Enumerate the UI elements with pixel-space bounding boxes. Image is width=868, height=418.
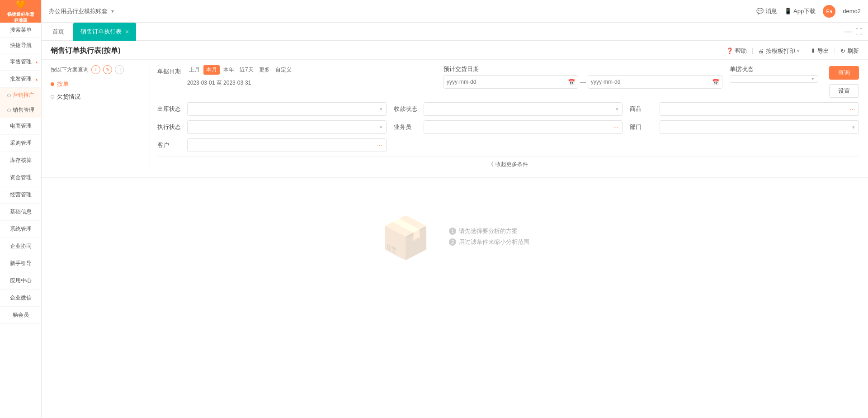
sidebar-item-newbie[interactable]: 新手引导 bbox=[0, 255, 41, 272]
settings-btn[interactable]: 设置 bbox=[829, 84, 859, 98]
tab-sales-exec[interactable]: 销售订单执行表 × bbox=[73, 23, 136, 41]
sidebar-item-retail[interactable]: 零售管理 bbox=[0, 53, 41, 71]
filter-icon-buttons: + ✎ 《 bbox=[91, 65, 124, 74]
sidebar-item-finance[interactable]: 资金管理 bbox=[0, 169, 41, 186]
sidebar-item-purchase[interactable]: 采购管理 bbox=[0, 135, 41, 152]
sidebar-item-corp-wechat[interactable]: 企业微信 bbox=[0, 290, 41, 307]
logo-icon: 🧡 bbox=[7, 0, 34, 10]
tip-num1: 1 bbox=[449, 228, 456, 235]
collection-status-control[interactable]: ▾ bbox=[424, 102, 623, 116]
scheme-item-shortage[interactable]: 欠货情况 bbox=[51, 90, 144, 103]
tab-home[interactable]: 首页 bbox=[45, 23, 71, 41]
sidebar-subitem-sales-mgmt[interactable]: 销售管理 bbox=[0, 103, 41, 118]
sidebar-item-ecommerce[interactable]: 电商管理 bbox=[0, 118, 41, 135]
customer-control[interactable]: ··· bbox=[187, 138, 387, 152]
sidebar-subitem-sales-promo[interactable]: 营销推广 bbox=[0, 88, 41, 103]
collapse-left-btn[interactable]: 《 bbox=[115, 65, 124, 74]
app-download-btn[interactable]: 📱 App下载 bbox=[784, 7, 816, 15]
collapse-more-btn[interactable]: 《 收起更多条件 bbox=[157, 157, 859, 172]
refresh-btn[interactable]: ↻ 刷新 bbox=[840, 47, 859, 55]
order-status-label: 单据状态 bbox=[730, 65, 818, 73]
collection-status-input[interactable] bbox=[428, 106, 614, 113]
help-icon: ❓ bbox=[726, 48, 733, 54]
tab-fullscreen-icon[interactable]: ⛶ bbox=[855, 28, 863, 36]
query-btn[interactable]: 查询 bbox=[829, 66, 859, 80]
date-tab-this-year[interactable]: 本年 bbox=[222, 65, 236, 75]
date-tab-last7[interactable]: 近7天 bbox=[238, 65, 255, 75]
order-status-select[interactable]: ▾ bbox=[730, 75, 818, 83]
goods-control[interactable]: ··· bbox=[660, 102, 859, 116]
sidebar-search[interactable]: 搜索菜单 bbox=[0, 23, 41, 38]
filter-row2: 出库状态 ▾ 收款状态 ▾ bbox=[157, 102, 859, 116]
salesperson-item: 业务员 ··· bbox=[394, 120, 623, 134]
divider3 bbox=[835, 48, 835, 54]
date-tab-more[interactable]: 更多 bbox=[257, 65, 272, 75]
date-tab-last-month[interactable]: 上月 bbox=[187, 65, 202, 75]
expected-from-input[interactable]: 📅 bbox=[443, 75, 578, 89]
scheme-by-order-label: 按单 bbox=[57, 80, 69, 88]
sidebar-menu: 零售管理 批发管理 营销推广 销售管理 电商管理 采购管理 库存核算 资金管理 … bbox=[0, 53, 41, 418]
delivery-status-input[interactable] bbox=[191, 106, 378, 113]
salesperson-control[interactable]: ··· bbox=[424, 120, 623, 134]
salesperson-input[interactable] bbox=[428, 124, 612, 131]
tab-minimize-icon[interactable]: — bbox=[844, 28, 852, 36]
sidebar-nav-shortcut[interactable]: 快捷导航 bbox=[0, 38, 41, 53]
nav-label[interactable]: 快捷导航 bbox=[10, 42, 32, 48]
scheme-shortage-label: 欠货情况 bbox=[57, 93, 80, 101]
sidebar-item-inventory[interactable]: 库存核算 bbox=[0, 152, 41, 169]
expected-from-field[interactable] bbox=[447, 79, 566, 85]
customer-input[interactable] bbox=[191, 142, 375, 149]
message-btn[interactable]: 💬 消息 bbox=[756, 7, 777, 15]
tip-num2: 2 bbox=[449, 238, 456, 246]
circle-icon bbox=[7, 94, 11, 97]
expected-to-field[interactable] bbox=[591, 79, 710, 85]
user-avatar[interactable]: Ea bbox=[823, 5, 835, 18]
calendar-icon2: 📅 bbox=[712, 79, 719, 86]
customer-more-icon[interactable]: ··· bbox=[377, 142, 382, 149]
scheme-item-by-order[interactable]: 按单 bbox=[51, 78, 144, 90]
print-btn[interactable]: 🖨 按模板打印 ▾ bbox=[758, 47, 799, 55]
filter-row1: 单据日期 上月 本月 本年 近7天 更多 自定义 bbox=[157, 65, 859, 98]
industry-dropdown-icon[interactable]: ▾ bbox=[111, 8, 114, 14]
goods-input[interactable] bbox=[664, 106, 848, 113]
delivery-status-control[interactable]: ▾ bbox=[187, 102, 387, 116]
main-content: 办公用品行业模拟账套 ▾ 💬 消息 📱 App下载 Ea demo2 首页 销售… bbox=[42, 0, 868, 418]
date-tab-this-month[interactable]: 本月 bbox=[203, 65, 220, 75]
edit-filter-btn[interactable]: ✎ bbox=[103, 65, 112, 74]
collection-arrow: ▾ bbox=[616, 106, 618, 112]
sidebar-item-basic-info[interactable]: 基础信息 bbox=[0, 204, 41, 221]
collection-status-item: 收款状态 ▾ bbox=[394, 102, 623, 116]
expected-to-input[interactable]: 📅 bbox=[588, 75, 722, 89]
user-name[interactable]: demo2 bbox=[843, 8, 861, 14]
sidebar-item-operations[interactable]: 经营管理 bbox=[0, 186, 41, 204]
sidebar-item-member[interactable]: 畅会员 bbox=[0, 307, 41, 324]
customer-label: 客户 bbox=[157, 141, 184, 149]
search-label[interactable]: 搜索菜单 bbox=[10, 27, 32, 33]
sidebar-item-wholesale[interactable]: 批发管理 bbox=[0, 71, 41, 88]
order-status-input[interactable] bbox=[734, 76, 810, 82]
sidebar-item-app-center[interactable]: 应用中心 bbox=[0, 272, 41, 290]
filter-area: 按以下方案查询 + ✎ 《 按单 bbox=[42, 60, 868, 178]
export-btn[interactable]: ⬇ 导出 bbox=[811, 47, 829, 55]
execution-status-item: 执行状态 ▾ bbox=[157, 120, 387, 134]
tip2-text: 用过滤条件来缩小分析范围 bbox=[459, 238, 529, 246]
tab-home-label: 首页 bbox=[52, 28, 64, 36]
sidebar-item-system[interactable]: 系统管理 bbox=[0, 221, 41, 238]
tab-close-icon[interactable]: × bbox=[125, 28, 129, 35]
sidebar-item-enterprise[interactable]: 企业协同 bbox=[0, 238, 41, 255]
date-label: 单据日期 bbox=[157, 67, 184, 76]
help-btn[interactable]: ❓ 帮助 bbox=[726, 47, 747, 55]
message-icon: 💬 bbox=[756, 8, 764, 14]
salesperson-more-icon[interactable]: ··· bbox=[613, 124, 619, 131]
date-tab-custom[interactable]: 自定义 bbox=[274, 65, 293, 75]
empty-tip1: 1 请先选择要分析的方案 bbox=[449, 227, 529, 235]
goods-more-icon[interactable]: ··· bbox=[849, 105, 855, 113]
department-input[interactable] bbox=[664, 124, 850, 131]
department-control[interactable]: ▾ bbox=[660, 120, 859, 134]
page-content: 销售订单执行表(按单) ❓ 帮助 🖨 按模板打印 ▾ ⬇ bbox=[42, 41, 868, 418]
execution-status-control[interactable]: ▾ bbox=[187, 120, 387, 134]
app-logo: 🧡 畅捷通好生意 标准版 bbox=[0, 0, 41, 23]
execution-status-input[interactable] bbox=[191, 124, 378, 131]
add-filter-btn[interactable]: + bbox=[91, 65, 100, 74]
date-range-text: 2023-03-01 至 2023-03-31 bbox=[187, 79, 251, 87]
